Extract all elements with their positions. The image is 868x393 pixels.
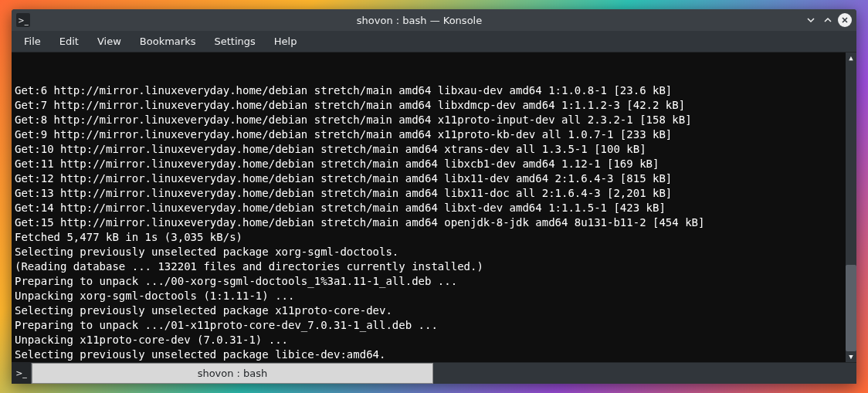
terminal-line: Get:12 http://mirror.linuxeveryday.home/…: [15, 171, 853, 186]
terminal-line: Fetched 5,477 kB in 1s (3,035 kB/s): [15, 230, 853, 245]
scroll-up-arrow[interactable]: ▲: [846, 53, 856, 63]
scroll-track[interactable]: [846, 63, 856, 351]
close-button[interactable]: [838, 13, 852, 27]
scroll-down-arrow[interactable]: ▼: [846, 351, 856, 362]
terminal-line: Get:11 http://mirror.linuxeveryday.home/…: [15, 157, 853, 171]
minimize-button[interactable]: [804, 13, 818, 27]
menu-settings[interactable]: Settings: [205, 32, 264, 50]
terminal-line: Get:9 http://mirror.linuxeveryday.home/d…: [15, 127, 853, 142]
close-icon: [841, 16, 849, 24]
terminal-line: Selecting previously unselected package …: [15, 303, 853, 318]
terminal-output[interactable]: Get:6 http://mirror.linuxeveryday.home/d…: [12, 53, 856, 362]
scrollbar[interactable]: ▲ ▼: [846, 53, 856, 362]
tabbar: >_ shovon : bash: [12, 362, 856, 384]
menubar: File Edit View Bookmarks Settings Help: [12, 31, 856, 53]
terminal-line: Preparing to unpack .../01-x11proto-core…: [15, 318, 853, 333]
new-tab-button[interactable]: >_: [12, 363, 32, 384]
konsole-window: >_ shovon : bash — Konsole File Edit Vie…: [12, 9, 856, 384]
titlebar[interactable]: >_ shovon : bash — Konsole: [12, 9, 856, 31]
menu-edit[interactable]: Edit: [50, 32, 88, 50]
menu-help[interactable]: Help: [265, 32, 307, 50]
terminal-line: (Reading database ... 132201 files and d…: [15, 259, 853, 274]
window-controls: [804, 13, 852, 27]
scroll-thumb[interactable]: [846, 265, 856, 351]
terminal-line: Get:13 http://mirror.linuxeveryday.home/…: [15, 186, 853, 201]
chevron-up-icon: [823, 15, 832, 25]
terminal-line: Get:15 http://mirror.linuxeveryday.home/…: [15, 215, 853, 230]
terminal-line: Preparing to unpack .../00-xorg-sgml-doc…: [15, 274, 853, 289]
terminal-line: Get:6 http://mirror.linuxeveryday.home/d…: [15, 83, 853, 98]
window-title: shovon : bash — Konsole: [35, 15, 804, 26]
menu-bookmarks[interactable]: Bookmarks: [131, 32, 205, 50]
terminal-line: Get:14 http://mirror.linuxeveryday.home/…: [15, 201, 853, 215]
app-icon: >_: [16, 13, 30, 27]
tab-active[interactable]: shovon : bash: [32, 363, 433, 384]
maximize-button[interactable]: [821, 13, 835, 27]
menu-file[interactable]: File: [15, 32, 50, 50]
terminal-line: Get:10 http://mirror.linuxeveryday.home/…: [15, 142, 853, 157]
terminal-line: Unpacking xorg-sgml-doctools (1:1.11-1) …: [15, 289, 853, 303]
terminal-line: Selecting previously unselected package …: [15, 245, 853, 259]
terminal-line: Unpacking x11proto-core-dev (7.0.31-1) .…: [15, 333, 853, 347]
terminal-line: Get:8 http://mirror.linuxeveryday.home/d…: [15, 113, 853, 127]
terminal-line: Selecting previously unselected package …: [15, 347, 853, 362]
chevron-down-icon: [806, 15, 815, 25]
menu-view[interactable]: View: [88, 32, 131, 50]
terminal-line: Get:7 http://mirror.linuxeveryday.home/d…: [15, 98, 853, 113]
